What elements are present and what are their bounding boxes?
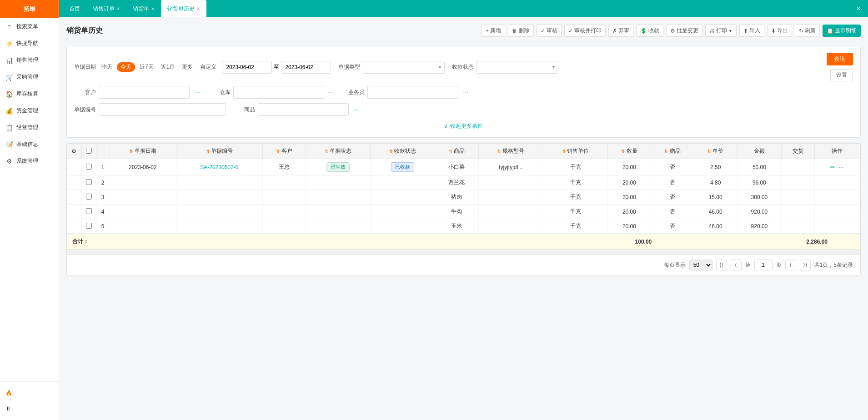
- row-checkbox[interactable]: [86, 179, 92, 185]
- audit-print-button[interactable]: ✓ 审核并打印: [564, 25, 606, 37]
- col-doc-number[interactable]: ⇅ 单据编号: [176, 144, 263, 159]
- cell-doc-number[interactable]: [176, 190, 263, 205]
- row-checkbox[interactable]: [86, 194, 92, 200]
- cell-checkbox[interactable]: [81, 205, 96, 219]
- horizontal-scrollbar[interactable]: [67, 249, 860, 255]
- payment-status-select[interactable]: [477, 61, 558, 74]
- doc-number-input[interactable]: [99, 103, 226, 116]
- prev-page-btn[interactable]: ⟨: [731, 260, 742, 270]
- cell-doc-number[interactable]: [176, 219, 263, 234]
- cell-quantity: 20.00: [608, 159, 651, 175]
- date-from-input[interactable]: [222, 61, 272, 74]
- col-gear[interactable]: ⚙: [67, 144, 81, 159]
- col-checkbox[interactable]: [81, 144, 96, 159]
- preset-more[interactable]: 更多: [179, 62, 196, 72]
- tab-close-sales-history[interactable]: ✕: [196, 6, 200, 11]
- customer-input[interactable]: [99, 86, 190, 99]
- page-number-input[interactable]: [754, 260, 773, 270]
- row-checkbox[interactable]: [86, 223, 92, 229]
- sort-icon6: ⇅: [449, 149, 452, 154]
- more-btn[interactable]: ⋯: [837, 164, 846, 170]
- sidebar-item-basic-info[interactable]: 📝 基础信息: [0, 136, 59, 153]
- audit-button[interactable]: ✓ 审核: [537, 25, 562, 37]
- col-unit[interactable]: ⇅ 销售单位: [543, 144, 608, 159]
- setting-button[interactable]: 设置: [830, 69, 853, 81]
- salesperson-input[interactable]: [367, 86, 458, 99]
- table-row[interactable]: 2 西兰花 千克 20.00 否 4.80 96.00: [67, 175, 860, 190]
- col-unit-price[interactable]: ⇅ 单价: [694, 144, 737, 159]
- col-gift[interactable]: ⇅ 赠品: [651, 144, 694, 159]
- table-row[interactable]: 3 猪肉 千克 20.00 否 15.00 300.00: [67, 190, 860, 205]
- table-row[interactable]: 1 2023-06-02 SA-20230602-0 王总 已生效 已收款 小白…: [67, 159, 860, 175]
- sidebar-item-quick-nav[interactable]: ⚡ 快捷导航: [0, 35, 59, 52]
- cell-checkbox[interactable]: [81, 159, 96, 175]
- cell-checkbox[interactable]: [81, 175, 96, 190]
- cell-doc-number[interactable]: [176, 175, 263, 190]
- col-doc-date[interactable]: ⇅ 单据日期: [110, 144, 176, 159]
- doc-type-select[interactable]: [363, 61, 445, 74]
- preset-7days[interactable]: 近7天: [137, 62, 156, 72]
- tab-close-sales-delivery[interactable]: ✕: [151, 6, 155, 11]
- sidebar-item-sales-mgmt[interactable]: 📊 销售管理: [0, 52, 59, 69]
- row-checkbox[interactable]: [86, 208, 92, 214]
- batch-change-button[interactable]: ⚙ 批量变更: [666, 25, 702, 37]
- product-input[interactable]: [258, 103, 349, 116]
- sidebar-item-search-menu[interactable]: ≡ 搜索菜单: [0, 18, 59, 35]
- cell-checkbox[interactable]: [81, 219, 96, 234]
- col-customer[interactable]: ⇅ 客户: [263, 144, 306, 159]
- close-all-tabs[interactable]: ✕: [853, 5, 864, 12]
- page-size-select[interactable]: 20 50 100: [689, 260, 712, 270]
- select-all-checkbox[interactable]: [86, 148, 92, 154]
- cell-unit: 千克: [543, 159, 608, 175]
- preset-1month[interactable]: 近1月: [158, 62, 178, 72]
- tab-home[interactable]: 首页: [63, 0, 86, 17]
- table-row[interactable]: 5 玉米 千克 20.00 否 46.00 920.00: [67, 219, 860, 234]
- cell-doc-number[interactable]: [176, 205, 263, 219]
- preset-yesterday[interactable]: 昨天: [99, 62, 115, 72]
- preset-today[interactable]: 今天: [117, 62, 135, 72]
- sidebar-item-purchase-mgmt[interactable]: 🛒 采购管理: [0, 69, 59, 85]
- new-button[interactable]: + 新增: [482, 25, 505, 37]
- query-button[interactable]: 查询: [827, 53, 853, 65]
- collapse-filter-btn[interactable]: ∧ 收起更多条件: [74, 120, 853, 132]
- export-button[interactable]: ⬇ 导出: [767, 25, 792, 37]
- edit-btn[interactable]: ✏: [828, 164, 837, 170]
- refresh-button[interactable]: ↻ 刷新: [795, 25, 820, 37]
- date-to-input[interactable]: [281, 61, 331, 74]
- tab-close-sales-order[interactable]: ✕: [116, 6, 120, 11]
- first-page-btn[interactable]: ⟨⟨: [716, 260, 727, 270]
- warehouse-dots-btn[interactable]: ···: [327, 89, 336, 96]
- sidebar-item-fund-mgmt[interactable]: 💰 资金管理: [0, 102, 59, 119]
- cell-checkbox[interactable]: [81, 190, 96, 205]
- col-doc-status[interactable]: ⇅ 单据状态: [306, 144, 370, 159]
- abandon-button[interactable]: ✗ 弃审: [608, 25, 633, 37]
- tab-sales-history[interactable]: 销货单历史 ✕: [161, 0, 206, 17]
- preset-custom[interactable]: 自定义: [197, 62, 219, 72]
- col-product[interactable]: ⇅ 商品: [435, 144, 478, 159]
- cell-doc-number[interactable]: SA-20230602-0: [176, 159, 263, 175]
- collect-button[interactable]: 💲 收款: [636, 25, 663, 37]
- col-payment-status[interactable]: ⇅ 收款状态: [370, 144, 435, 159]
- delete-button[interactable]: 🗑 删除: [508, 25, 534, 37]
- customer-dots-btn[interactable]: ···: [192, 89, 201, 96]
- show-detail-button[interactable]: 📋 显示明细: [823, 25, 861, 37]
- last-page-btn[interactable]: ⟩⟩: [800, 260, 811, 270]
- salesperson-dots-btn[interactable]: ···: [461, 89, 470, 96]
- col-spec[interactable]: ⇅ 规格型号: [479, 144, 543, 159]
- print-button[interactable]: 🖨 打印 ▼: [705, 25, 737, 37]
- col-quantity[interactable]: ⇅ 数量: [608, 144, 651, 159]
- sidebar-bottom-btn1[interactable]: 🔥: [0, 385, 59, 401]
- product-dots-btn[interactable]: ···: [351, 106, 361, 113]
- table-row[interactable]: 4 牛肉 千克 20.00 否 46.00 920.00: [67, 205, 860, 219]
- sidebar-bottom-btn2[interactable]: ⏸: [0, 401, 59, 416]
- import-button[interactable]: ⬆ 导入: [739, 25, 764, 37]
- sidebar: 拓维 ≡ 搜索菜单 ⚡ 快捷导航 📊 销售管理 🛒 采购管理 🏠 库存核算 💰 …: [0, 0, 59, 420]
- warehouse-input[interactable]: [233, 86, 324, 99]
- row-checkbox[interactable]: [86, 164, 92, 170]
- tab-sales-order[interactable]: 销售订单 ✕: [86, 0, 126, 17]
- tab-sales-delivery[interactable]: 销货单 ✕: [126, 0, 161, 17]
- sidebar-item-ops-mgmt[interactable]: 📋 经营管理: [0, 119, 59, 136]
- next-page-btn[interactable]: ⟩: [785, 260, 796, 270]
- sidebar-item-inventory-calc[interactable]: 🏠 库存核算: [0, 85, 59, 102]
- sidebar-item-sys-mgmt[interactable]: ⚙ 系统管理: [0, 153, 59, 170]
